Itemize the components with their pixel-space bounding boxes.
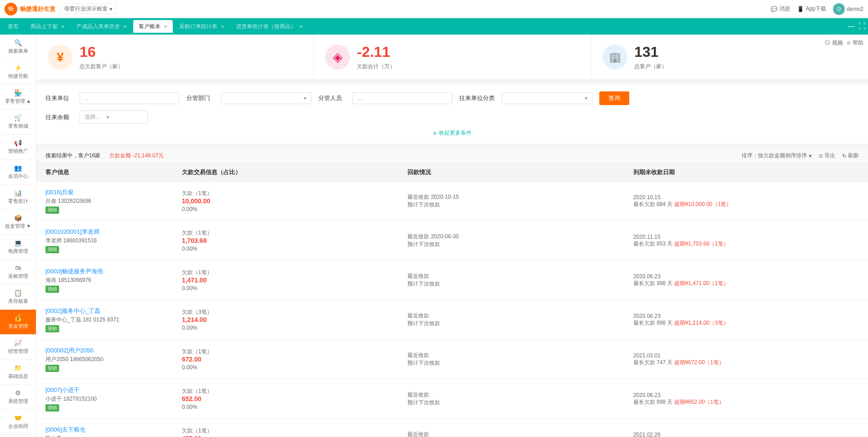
customer-phone-6: 陈小希 [45, 435, 182, 437]
debt-cell-4: 欠款（1笔） 672.00 0.00% [182, 348, 407, 371]
stat-debt-total: ◈ -2.11 欠款合计（万） [314, 35, 591, 80]
sidebar-item-members[interactable]: 👥 会员中心 [0, 160, 36, 185]
overdue-link-0[interactable]: 超期¥10,000.00（1笔） [674, 201, 732, 207]
sidebar-item-guide[interactable]: 🎯 新手引导 [0, 435, 36, 437]
export-button[interactable]: ⊙ 导出 [818, 152, 835, 160]
tab-production-close[interactable]: ✕ [123, 24, 127, 29]
sidebar-item-mall[interactable]: 🛒 零售商城 [0, 110, 36, 135]
video-button[interactable]: ◎ 视频 [825, 39, 843, 47]
customer-name-1[interactable]: [0001020001]李老师 [45, 228, 182, 236]
operations-icon: 📈 [14, 339, 22, 347]
sidebar-item-operations[interactable]: 📈 经营管理 [0, 335, 36, 360]
customer-name-3[interactable]: [0002]服务中心_丁磊 [45, 307, 182, 315]
tab-products-label: 商品上下架 [30, 23, 58, 30]
tab-minimize-icon[interactable]: — [848, 22, 855, 30]
layout: 🔍 搜索菜单 ⚡ 快捷导航 🏪 零售管理 ▲ 🛒 零售商城 📢 营销推广 👥 会… [0, 35, 868, 437]
customer-phone-3: 服务中心_丁磊 181 0125 8371 [45, 316, 182, 324]
from-unit-input[interactable]: ... [80, 92, 180, 104]
tab-maximize-icon[interactable]: ⛶ [858, 22, 866, 30]
sidebar-item-search[interactable]: 🔍 搜索菜单 [0, 35, 36, 60]
sidebar-item-retail[interactable]: 🏪 零售管理 ▲ [0, 85, 36, 110]
stat-debt-total-icon: ◈ [325, 45, 350, 70]
overdue-link-1[interactable]: 超期¥1,703.68（1笔） [674, 241, 729, 247]
debt-count-5: 欠款（1笔） [182, 387, 407, 395]
manager-input[interactable]: ... [352, 92, 452, 104]
sidebar-item-basic-info[interactable]: 📁 基础信息 [0, 360, 36, 385]
filter-row-1: 往来单位 ... 分管部门 ▾ 分管人员 ... 往来单位分类 ▾ [45, 91, 859, 105]
overdue-link-4[interactable]: 超期¥672.00（1笔） [674, 359, 724, 366]
tab-customer-label: 客户账本 [139, 23, 161, 30]
sidebar-item-quicknav[interactable]: ⚡ 快捷导航 [0, 60, 36, 85]
debt-amount-4[interactable]: 672.00 [182, 356, 407, 363]
user-menu[interactable]: D demo2 [833, 3, 863, 15]
sidebar-item-finance[interactable]: 💰 资金管理 [0, 310, 36, 335]
wholesale-icon: 📦 [14, 214, 22, 221]
sidebar-item-marketing[interactable]: 📢 营销推广 [0, 135, 36, 160]
customer-name-5[interactable]: [0007]小进干 [45, 386, 182, 394]
stat-total-icon: 🏢 [602, 45, 627, 70]
next-payment-1: 预计下次收款 [407, 241, 633, 248]
help-button[interactable]: ⊙ 帮助 [847, 39, 863, 47]
collapse-button[interactable]: ∧ 收起更多条件 [45, 129, 859, 137]
tab-purchase-order[interactable]: 采购订单统计表 ✕ [174, 20, 230, 33]
stat-total-customers: 🏢 131 总客户（家） ◎ 视频 ⊙ 帮助 [591, 35, 868, 80]
debt-amount-2[interactable]: 1,471.00 [182, 276, 407, 284]
customer-name-0[interactable]: [0016]吕俊 [45, 188, 182, 196]
sidebar-item-purchase[interactable]: 🛍 采购管理 [0, 260, 36, 285]
sidebar-label-ecommerce: 电商管理 [8, 248, 28, 255]
results-actions: 排序：按欠款金额倒序排序 ▾ ⊙ 导出 ↻ 刷新 [742, 152, 859, 160]
store-selector[interactable]: 母婴行业演示账套 ▾ [60, 4, 116, 14]
main-content: ¥ 16 总欠款客户（家） ◈ -2.11 欠款合计（万） 🏢 131 总客户（… [36, 35, 868, 437]
chevron-down-icon: ▾ [110, 6, 112, 12]
last-payment-5: 最近收款 [407, 391, 633, 399]
message-button[interactable]: 💬 消息 [771, 5, 790, 13]
sidebar-item-ecommerce[interactable]: 💻 电商管理 [0, 235, 36, 260]
next-payment-3: 预计下次收款 [407, 320, 633, 327]
customer-cell-6: [0006]去下粮仓 陈小希 现销 [45, 426, 182, 437]
sidebar-item-retail-stats[interactable]: 📊 零售统计 [0, 185, 36, 210]
due-date-cell-6: 2021.02.26 最长欠款 750 天 超期¥455.90（1笔） [633, 432, 859, 437]
sidebar-item-enterprise[interactable]: 🤝 企业协同 [0, 410, 36, 435]
tab-customer-close[interactable]: ✕ [164, 24, 167, 29]
customer-phone-0: 吕俊 13026203696 [45, 197, 182, 205]
stat-debt-label: 总欠款客户（家） [80, 63, 123, 70]
sidebar-item-system[interactable]: ⚙ 系统管理 [0, 385, 36, 410]
customer-phone-4: 用户2050 18665062050 [45, 356, 182, 363]
tab-purchase-order-close[interactable]: ✕ [221, 24, 224, 29]
tab-home[interactable]: 首页 [2, 20, 24, 33]
customer-name-6[interactable]: [0006]去下粮仓 [45, 426, 182, 434]
collapse-arrow-icon: ∧ [433, 130, 437, 136]
search-button[interactable]: 查询 [599, 91, 629, 105]
overdue-link-3[interactable]: 超期¥1,214.00（3笔） [674, 320, 729, 326]
debt-count-6: 欠款（1笔） [182, 427, 407, 435]
marketing-icon: 📢 [14, 139, 22, 146]
balance-select[interactable]: 选择... ▾ [80, 111, 148, 124]
debt-amount-1[interactable]: 1,703.68 [182, 237, 407, 244]
tab-products-close[interactable]: ✕ [61, 24, 65, 29]
due-date-cell-5: 2020.06.23 最长欠款 998 天 超期¥652.00（1笔） [633, 392, 859, 406]
debt-amount-3[interactable]: 1,214.00 [182, 316, 407, 323]
customer-name-4[interactable]: [000002]用户2050 [45, 347, 182, 355]
tab-products[interactable]: 商品上下架 ✕ [25, 20, 70, 33]
refresh-button[interactable]: ↻ 刷新 [842, 152, 859, 160]
inventory-icon: 📋 [14, 289, 22, 296]
dept-select[interactable]: ▾ [221, 92, 311, 104]
customer-name-2[interactable]: [0003]畅捷服务尹海燕 [45, 267, 182, 276]
debt-amount-5[interactable]: 652.00 [182, 395, 407, 402]
debt-amount-0[interactable]: 10,000.00 [182, 197, 407, 205]
tab-production[interactable]: 产成品入库单历史 ✕ [71, 20, 132, 33]
app-download-button[interactable]: 📱 App下载 [797, 5, 826, 13]
unit-class-select[interactable]: ▾ [502, 92, 592, 104]
sort-select[interactable]: 排序：按欠款金额倒序排序 ▾ [742, 152, 812, 160]
tab-inbound[interactable]: 进货单统计表（按商品） ✕ [231, 20, 308, 33]
overdue-link-2[interactable]: 超期¥1,471.00（1笔） [674, 280, 729, 286]
payback-cell-2: 最近收款 预计下次收款 [407, 272, 633, 288]
sidebar-label-retail-stats: 零售统计 [8, 198, 28, 205]
tab-customer[interactable]: 客户账本 ✕ [133, 20, 173, 33]
sidebar-item-inventory[interactable]: 📋 库存核算 [0, 285, 36, 310]
tab-inbound-close[interactable]: ✕ [299, 24, 303, 29]
last-payment-1: 最近收款 2020-06-30 [407, 233, 633, 241]
sidebar-item-wholesale[interactable]: 📦 批发管理 ▼ [0, 210, 36, 235]
overdue-link-5[interactable]: 超期¥652.00（1笔） [674, 399, 724, 405]
debt-amount-6[interactable]: 455.90 [182, 435, 407, 437]
